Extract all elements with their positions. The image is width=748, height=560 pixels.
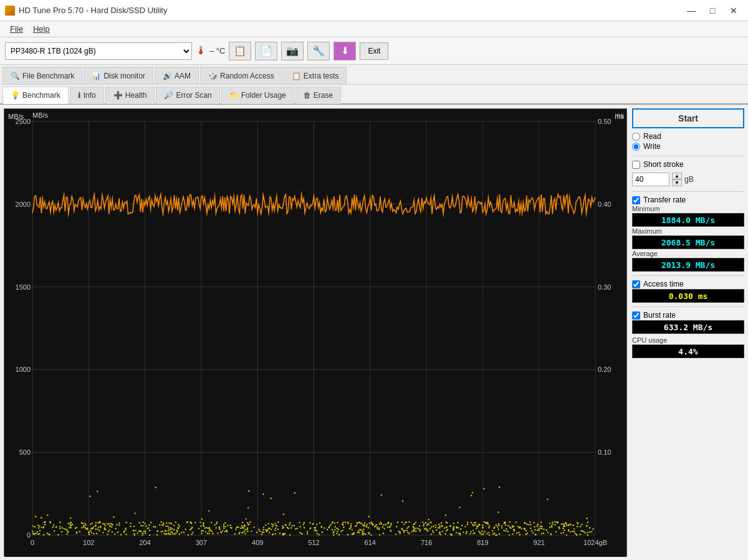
transfer-rate-text: Transfer rate: [643, 196, 686, 204]
short-stroke-text: Short stroke: [643, 160, 684, 169]
copy-btn1[interactable]: 📋: [229, 42, 251, 60]
access-time-value: 0.030 ms: [632, 289, 744, 303]
burst-rate-checkbox-label[interactable]: Burst rate: [632, 311, 744, 320]
spinbox-row: ▲ ▼ gB: [632, 173, 744, 186]
tab-folder-usage[interactable]: 📁 Folder Usage: [221, 87, 294, 104]
tabs-row1: 🔍 File Benchmark 📊 Disk monitor 🔊 AAM 🎲 …: [0, 65, 748, 85]
tab-benchmark[interactable]: 💡 Benchmark: [2, 87, 69, 104]
cpu-usage-value: 4.4%: [632, 344, 744, 358]
spinbox-unit: gB: [684, 175, 694, 184]
write-radio-label[interactable]: Write: [632, 142, 744, 151]
tab-erase[interactable]: 🗑 Erase: [295, 87, 341, 104]
drive-selector[interactable]: PP3480-R 1TB (1024 gB): [5, 42, 192, 60]
copy-btn2[interactable]: 📄: [255, 42, 277, 60]
write-label: Write: [643, 142, 661, 151]
app-icon: [5, 6, 15, 16]
erase-icon: 🗑: [304, 91, 311, 100]
maximum-label: Maximum: [632, 227, 744, 235]
window-title: HD Tune Pro 5.70 - Hard Disk/SSD Utility: [19, 6, 167, 15]
short-stroke-checkbox[interactable]: [632, 161, 640, 169]
tab-random-access[interactable]: 🎲 Random Access: [200, 67, 282, 84]
transfer-rate-checkbox[interactable]: [632, 196, 640, 204]
average-label: Average: [632, 250, 744, 257]
close-button[interactable]: ✕: [724, 4, 743, 17]
menu-help[interactable]: Help: [28, 23, 55, 35]
tab-disk-monitor[interactable]: 📊 Disk monitor: [84, 67, 153, 84]
tab-health[interactable]: ➕ Health: [105, 87, 155, 104]
access-time-text: Access time: [643, 280, 684, 288]
minimum-label: Minimum: [632, 205, 744, 212]
window-controls: — □ ✕: [682, 4, 743, 17]
spin-up[interactable]: ▲: [672, 173, 682, 179]
tabs-row2: 💡 Benchmark ℹ Info ➕ Health 🔎 Error Scan…: [0, 85, 748, 105]
y-axis-label-right: ms: [615, 113, 624, 120]
title-bar-left: HD Tune Pro 5.70 - Hard Disk/SSD Utility: [5, 6, 167, 16]
health-icon: ➕: [113, 91, 123, 100]
divider3: [632, 275, 744, 276]
right-panel: Start Read Write Short stroke ▲ ▼ gB: [631, 105, 748, 560]
burst-rate-value: 633.2 MB/s: [632, 320, 744, 334]
tab-error-scan[interactable]: 🔎 Error Scan: [156, 87, 219, 104]
access-time-checkbox[interactable]: [632, 280, 640, 288]
maximum-value: 2068.5 MB/s: [632, 235, 744, 249]
chart-container: MB/s ms: [4, 108, 627, 556]
file-benchmark-icon: 🔍: [11, 72, 20, 80]
error-scan-icon: 🔎: [164, 91, 173, 100]
health-btn[interactable]: 🔧: [307, 42, 330, 60]
folder-usage-icon: 📁: [229, 91, 239, 100]
minimize-button[interactable]: —: [682, 4, 701, 17]
write-radio[interactable]: [632, 143, 640, 151]
burst-rate-text: Burst rate: [643, 311, 676, 320]
transfer-rate-checkbox-label[interactable]: Transfer rate: [632, 196, 744, 204]
access-time-checkbox-label[interactable]: Access time: [632, 280, 744, 288]
spin-down[interactable]: ▼: [672, 179, 682, 186]
menu-bar: File Help: [0, 21, 748, 37]
tab-aam[interactable]: 🔊 AAM: [155, 67, 199, 84]
read-radio-label[interactable]: Read: [632, 132, 744, 141]
special-btn[interactable]: ⬇: [333, 42, 356, 60]
benchmark-icon: 💡: [11, 91, 20, 100]
aam-icon: 🔊: [163, 72, 172, 80]
extra-tests-icon: 📋: [292, 72, 301, 80]
access-time-section: Access time 0.030 ms: [632, 280, 744, 303]
divider2: [632, 191, 744, 192]
short-stroke-label[interactable]: Short stroke: [632, 160, 744, 169]
exit-button[interactable]: Exit: [360, 42, 388, 60]
start-button[interactable]: Start: [632, 108, 744, 128]
screenshot-btn[interactable]: 📷: [281, 42, 304, 60]
burst-rate-section: Burst rate 633.2 MB/s: [632, 311, 744, 334]
menu-file[interactable]: File: [5, 23, 28, 35]
temp-value: – °C: [209, 46, 225, 55]
mode-radio-group: Read Write: [632, 131, 744, 152]
burst-rate-checkbox[interactable]: [632, 311, 640, 320]
maximize-button[interactable]: □: [703, 4, 722, 17]
average-value: 2013.9 MB/s: [632, 258, 744, 272]
spinbox-input[interactable]: [632, 173, 669, 186]
cpu-usage-section: CPU usage 4.4%: [632, 336, 744, 358]
y-axis-label-left: MB/s: [8, 113, 24, 120]
tab-file-benchmark[interactable]: 🔍 File Benchmark: [2, 67, 82, 84]
spinbox-arrows: ▲ ▼: [672, 173, 682, 186]
tab-info[interactable]: ℹ Info: [70, 87, 104, 104]
divider4: [632, 306, 744, 307]
temp-display: 🌡 – °C: [196, 44, 225, 57]
divider1: [632, 156, 744, 156]
toolbar: PP3480-R 1TB (1024 gB) 🌡 – °C 📋 📄 📷 🔧 ⬇ …: [0, 37, 748, 65]
thermometer-icon: 🌡: [196, 44, 207, 57]
read-label: Read: [643, 132, 661, 141]
minimum-value: 1884.0 MB/s: [632, 213, 744, 227]
benchmark-chart: [4, 109, 626, 557]
read-radio[interactable]: [632, 133, 640, 141]
info-icon: ℹ: [78, 91, 81, 100]
cpu-usage-label: CPU usage: [632, 336, 744, 344]
title-bar: HD Tune Pro 5.70 - Hard Disk/SSD Utility…: [0, 0, 748, 21]
disk-monitor-icon: 📊: [92, 72, 101, 80]
main-content: MB/s ms Start Read Write Short stroke ▲ …: [0, 105, 748, 560]
transfer-rate-section: Transfer rate Minimum 1884.0 MB/s Maximu…: [632, 196, 744, 272]
random-access-icon: 🎲: [208, 72, 218, 80]
tab-extra-tests[interactable]: 📋 Extra tests: [284, 67, 347, 84]
